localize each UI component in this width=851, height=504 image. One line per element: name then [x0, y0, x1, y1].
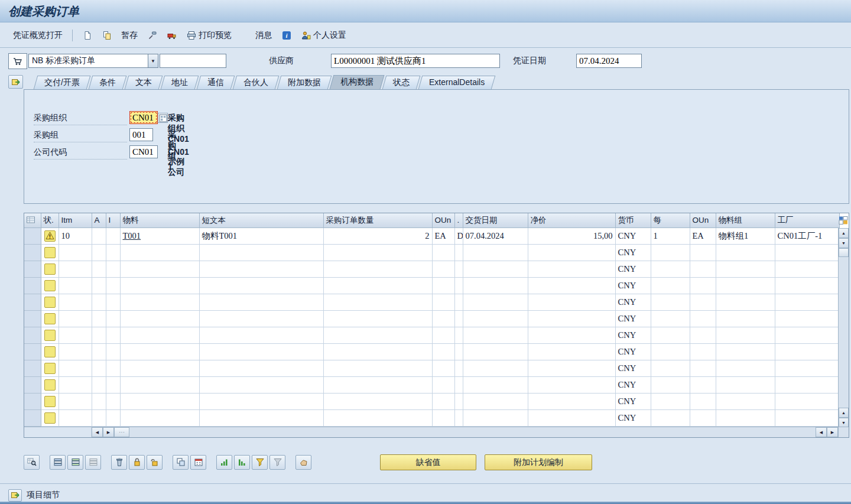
cell-itm[interactable] — [59, 310, 92, 327]
cell-short_text[interactable] — [199, 261, 323, 277]
scroll-up-icon[interactable]: ▲ — [839, 408, 849, 418]
cell-currency[interactable]: CNY — [615, 261, 651, 277]
tab-条件[interactable]: 条件 — [89, 76, 127, 89]
cell-material_group[interactable] — [716, 277, 775, 294]
schedule-lines-button[interactable] — [190, 455, 206, 470]
status-badge[interactable] — [44, 346, 56, 357]
cell-itm[interactable]: 10 — [59, 227, 92, 244]
cell-dcat[interactable] — [454, 409, 463, 426]
cell-material[interactable] — [120, 360, 199, 376]
cell-net_price[interactable] — [528, 277, 615, 294]
row-selector[interactable] — [24, 393, 41, 409]
order-button[interactable] — [162, 28, 181, 43]
col-header-a[interactable]: A — [92, 213, 106, 227]
cell-oun[interactable]: EA — [432, 227, 454, 244]
cell-net_price[interactable] — [528, 409, 615, 426]
cell-plant[interactable] — [775, 310, 839, 327]
cell-plant[interactable] — [775, 393, 839, 409]
cell-short_text[interactable] — [199, 310, 323, 327]
cell-oun[interactable] — [432, 343, 454, 360]
cell-per[interactable] — [651, 244, 690, 261]
cell-net_price[interactable] — [528, 343, 615, 360]
cell-material[interactable] — [120, 343, 199, 360]
cell-dcat[interactable] — [454, 244, 463, 261]
cell-per[interactable] — [651, 261, 690, 277]
cell-per[interactable] — [651, 327, 690, 343]
tab-交付/开票[interactable]: 交付/开票 — [34, 76, 90, 89]
status-badge[interactable] — [44, 313, 56, 324]
cell-short_text[interactable] — [199, 277, 323, 294]
cell-oun2[interactable] — [690, 343, 716, 360]
row-selector[interactable] — [24, 244, 41, 261]
cell-plant[interactable] — [775, 409, 839, 426]
col-header-itm[interactable]: Itm — [59, 213, 92, 227]
cell-short_text[interactable] — [199, 244, 323, 261]
col-header-material[interactable]: 物料 — [120, 213, 199, 227]
col-header-dcat[interactable]: . — [454, 213, 463, 227]
cell-currency[interactable]: CNY — [615, 376, 651, 393]
filter-delete-button[interactable] — [269, 455, 285, 470]
row-selector[interactable] — [24, 294, 41, 310]
cell-per[interactable] — [651, 343, 690, 360]
account-assignment-button[interactable] — [295, 455, 311, 470]
cell-short_text[interactable] — [199, 327, 323, 343]
cell-qty[interactable] — [323, 343, 432, 360]
cell-net_price[interactable] — [528, 294, 615, 310]
cell-material_group[interactable] — [716, 244, 775, 261]
cell-per[interactable] — [651, 310, 690, 327]
cell-status[interactable] — [41, 261, 59, 277]
col-header-oun2[interactable]: OUn — [690, 213, 716, 227]
purch-org-input[interactable] — [129, 111, 158, 124]
messages-button[interactable]: 消息 — [251, 28, 277, 43]
trash-button[interactable] — [111, 455, 127, 470]
scroll-right-icon[interactable]: ▶ — [103, 427, 114, 437]
cell-currency[interactable]: CNY — [615, 294, 651, 310]
cell-oun[interactable] — [432, 327, 454, 343]
cell-delivery_date[interactable]: 07.04.2024 — [463, 227, 528, 244]
cell-currency[interactable]: CNY — [615, 393, 651, 409]
tab-机构数据[interactable]: 机构数据 — [329, 75, 384, 89]
cell-qty[interactable] — [323, 360, 432, 376]
cell-oun[interactable] — [432, 393, 454, 409]
filter-button[interactable] — [252, 455, 268, 470]
cell-currency[interactable]: CNY — [615, 343, 651, 360]
cell-qty[interactable] — [323, 277, 432, 294]
cell-a[interactable] — [92, 409, 106, 426]
table-search-button[interactable] — [24, 455, 40, 470]
horizontal-scrollbar[interactable]: ◀ ▶ ··· ◀ ▶ — [24, 427, 838, 437]
material-link[interactable]: T001 — [123, 231, 141, 240]
cell-i[interactable] — [106, 277, 120, 294]
unlock-button[interactable] — [147, 455, 163, 470]
col-header-qty[interactable]: 采购订单数量 — [323, 213, 432, 227]
cell-qty[interactable] — [323, 409, 432, 426]
cell-material[interactable]: T001 — [120, 227, 199, 244]
cell-plant[interactable] — [775, 327, 839, 343]
row-selector[interactable] — [24, 327, 41, 343]
cell-material_group[interactable] — [716, 393, 775, 409]
cell-a[interactable] — [92, 376, 106, 393]
row-selector[interactable] — [24, 409, 41, 426]
cell-short_text[interactable] — [199, 376, 323, 393]
col-header-net_price[interactable]: 净价 — [528, 213, 615, 227]
hscroll-thumb[interactable]: ··· — [114, 427, 129, 437]
help-button[interactable]: i — [277, 28, 296, 43]
cell-oun2[interactable] — [690, 376, 716, 393]
cell-material_group[interactable] — [716, 310, 775, 327]
cell-i[interactable] — [106, 310, 120, 327]
status-badge[interactable] — [44, 297, 56, 308]
vendor-input[interactable] — [331, 54, 500, 68]
cell-qty[interactable] — [323, 310, 432, 327]
scroll-left-icon[interactable]: ◀ — [816, 427, 827, 437]
cell-delivery_date[interactable] — [463, 409, 528, 426]
order-type-combo[interactable]: NB 标准采购订单 ▼ — [28, 54, 158, 68]
cell-dcat[interactable] — [454, 360, 463, 376]
cell-a[interactable] — [92, 360, 106, 376]
cell-i[interactable] — [106, 409, 120, 426]
sort-descending-button[interactable] — [234, 455, 250, 470]
cell-qty[interactable] — [323, 294, 432, 310]
table-settings-button[interactable] — [839, 215, 848, 226]
row-selector[interactable] — [24, 376, 41, 393]
cell-i[interactable] — [106, 376, 120, 393]
print-preview-button[interactable]: 打印预览 — [181, 28, 236, 43]
cell-oun[interactable] — [432, 310, 454, 327]
